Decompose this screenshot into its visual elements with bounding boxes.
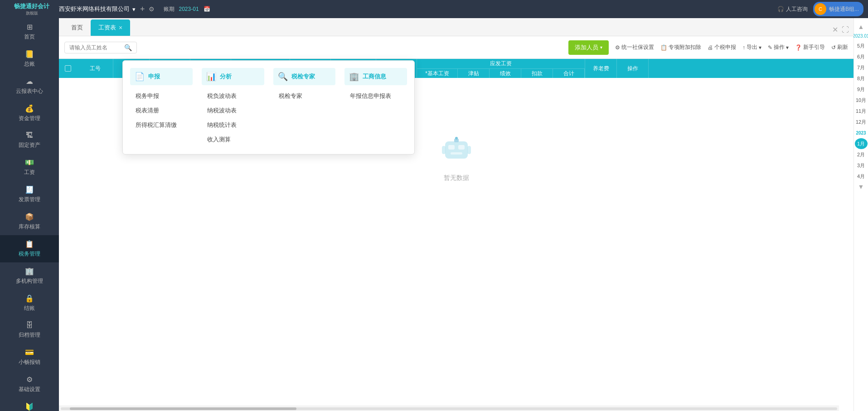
month-3[interactable]: 3月 — [855, 160, 868, 171]
fixed-icon: 🏗 — [26, 131, 33, 140]
special-label: 专项附加扣除 — [669, 44, 701, 51]
sidebar-label-expense: 小畅报销 — [19, 358, 40, 366]
menu-item-income-calc[interactable]: 收入测算 — [204, 132, 262, 147]
th-total: 合计 — [553, 69, 585, 78]
sidebar-label-home: 首页 — [24, 33, 35, 41]
month-7[interactable]: 7月 — [855, 62, 868, 73]
sidebar-label-invoice: 发票管理 — [19, 196, 40, 203]
svg-rect-3 — [451, 152, 462, 155]
menu-item-tax-burden[interactable]: 税负波动表 — [204, 89, 262, 103]
section-header-analysis: 📊 分析 — [202, 68, 264, 85]
month-8[interactable]: 8月 — [855, 73, 868, 84]
menu-item-expert[interactable]: 税检专家 — [275, 89, 334, 103]
sidebar-item-invoice[interactable]: 🧾 发票管理 — [0, 181, 59, 208]
export-btn[interactable]: ↑ 导出 ▾ — [742, 44, 761, 51]
month-6[interactable]: 6月 — [855, 51, 868, 62]
menu-item-tax-stats[interactable]: 纳税统计表 — [204, 118, 262, 132]
search-wrapper: 🔍 — [64, 42, 132, 53]
window-maximize-icon[interactable]: ⛶ — [842, 26, 849, 34]
export-icon: ↑ — [742, 44, 745, 51]
company-selector[interactable]: 西安虾米网络科技有限公司 ▾ — [59, 5, 136, 13]
sidebar-item-salary[interactable]: 💵 工资 — [0, 154, 59, 181]
select-all-checkbox[interactable] — [65, 65, 71, 72]
sidebar-item-expense[interactable]: 💳 小畅报销 — [0, 343, 59, 371]
social-settings-btn[interactable]: ⚙ 统一社保设置 — [615, 44, 654, 51]
tab-close-icon[interactable]: × — [119, 24, 122, 31]
sidebar-label-fixed: 固定资产 — [19, 141, 40, 149]
month-1-active[interactable]: 1月 — [855, 138, 868, 149]
scrollbar-thumb[interactable] — [70, 407, 296, 410]
refresh-btn[interactable]: ↺ 刷新 — [831, 44, 848, 51]
sidebar-item-inventory[interactable]: 📦 库存核算 — [0, 208, 59, 235]
month-11[interactable]: 11月 — [855, 106, 868, 116]
guide-icon: 🔰 — [25, 402, 34, 411]
tax-report-btn[interactable]: 🖨 个税申报 — [708, 44, 736, 51]
archive-icon: 🗄 — [26, 321, 33, 329]
operate-btn[interactable]: ✎ 操作 ▾ — [768, 44, 789, 51]
menu-item-income-tax[interactable]: 所得税汇算清缴 — [132, 118, 191, 132]
month-10[interactable]: 10月 — [855, 95, 868, 106]
guide-question-icon: ❓ — [795, 44, 802, 51]
sidebar: ⊞ 首页 📒 总账 ☁ 云报表中心 💰 资金管理 🏗 固定资产 💵 工资 🧾 发… — [0, 18, 59, 411]
user-name: 畅捷通B组... — [829, 5, 859, 13]
svg-rect-6 — [442, 146, 446, 154]
section-header-report: 📄 申报 — [130, 68, 193, 85]
human-service-btn[interactable]: 🎧 人工咨询 — [777, 5, 808, 13]
calendar-icon[interactable]: 📅 — [204, 6, 210, 12]
sidebar-item-close[interactable]: 🔒 结账 — [0, 290, 59, 317]
right-panel: ▲ 2023.01 5月 6月 7月 8月 9月 10月 11月 12月 202… — [853, 18, 868, 411]
menu-item-tax-table[interactable]: 税表清册 — [132, 103, 191, 118]
sidebar-item-cloud[interactable]: ☁ 云报表中心 — [0, 73, 59, 100]
th-salary-group-label: 应发工资 — [417, 59, 585, 69]
month-5[interactable]: 5月 — [855, 40, 868, 51]
refresh-icon: ↺ — [831, 44, 836, 51]
th-checkbox[interactable] — [59, 65, 77, 72]
expert-section-icon: 🔍 — [278, 72, 288, 82]
tab-salary[interactable]: 工资表 × — [91, 19, 130, 36]
sidebar-item-fixed[interactable]: 🏗 固定资产 — [0, 127, 59, 154]
window-close-icon[interactable]: ✕ — [832, 25, 838, 34]
month-2[interactable]: 2月 — [855, 149, 868, 160]
svg-rect-0 — [445, 141, 468, 159]
sidebar-item-basic[interactable]: ⚙ 基础设置 — [0, 371, 59, 398]
guide-btn[interactable]: ❓ 新手引导 — [795, 44, 825, 51]
sidebar-item-home[interactable]: ⊞ 首页 — [0, 18, 59, 45]
sidebar-item-tax[interactable]: 📋 税务管理 — [0, 235, 59, 262]
invoice-icon: 🧾 — [25, 185, 34, 194]
year-2023-marker: 2023 — [855, 127, 868, 138]
tab-home[interactable]: 首页 — [63, 19, 91, 36]
user-avatar-btn[interactable]: C 畅捷通B组... — [813, 2, 863, 16]
add-company-icon[interactable]: + — [140, 5, 145, 14]
close-books-icon: 🔒 — [25, 294, 34, 303]
section-items-business: 年报信息申报表 — [344, 89, 407, 103]
month-4[interactable]: 4月 — [855, 171, 868, 182]
section-items-report: 税务申报 税表清册 所得税汇算清缴 — [130, 89, 193, 132]
panel-up-icon[interactable]: ▲ — [857, 22, 866, 32]
add-person-button[interactable]: 添加人员 ▾ — [568, 40, 609, 55]
special-icon: 📋 — [660, 44, 667, 51]
special-deduct-btn[interactable]: 📋 专项附加扣除 — [660, 44, 701, 51]
month-12[interactable]: 12月 — [855, 116, 868, 127]
menu-item-tax-fluctuation[interactable]: 纳税波动表 — [204, 103, 262, 118]
horizontal-scrollbar[interactable] — [59, 406, 839, 411]
menu-item-tax-report[interactable]: 税务申报 — [132, 89, 191, 103]
empty-icon — [438, 132, 475, 169]
settings-icon[interactable]: ⚙ — [149, 5, 155, 13]
th-allowance: 津贴 — [458, 69, 490, 78]
section-title-report: 申报 — [148, 73, 160, 81]
sidebar-item-fund[interactable]: 💰 资金管理 — [0, 100, 59, 127]
sidebar-item-ledger[interactable]: 📒 总账 — [0, 45, 59, 73]
panel-down-icon[interactable]: ▼ — [857, 182, 866, 192]
sidebar-item-guide[interactable]: 🔰 新手引导 — [0, 398, 59, 411]
section-title-business: 工商信息 — [363, 73, 386, 81]
month-9[interactable]: 9月 — [855, 84, 868, 95]
dropdown-section-expert: 🔍 税检专家 税检专家 — [273, 68, 336, 147]
export-dropdown-icon: ▾ — [759, 44, 761, 51]
sidebar-item-archive[interactable]: 🗄 归档管理 — [0, 317, 59, 343]
sidebar-label-ledger: 总账 — [24, 60, 35, 68]
th-base: *基本工资 — [417, 69, 458, 78]
menu-item-annual-report[interactable]: 年报信息申报表 — [346, 89, 405, 103]
sidebar-label-fund: 资金管理 — [19, 115, 40, 122]
sidebar-item-multi[interactable]: 🏢 多机构管理 — [0, 262, 59, 290]
dropdown-section-report: 📄 申报 税务申报 税表清册 所得税汇算清缴 — [130, 68, 193, 147]
